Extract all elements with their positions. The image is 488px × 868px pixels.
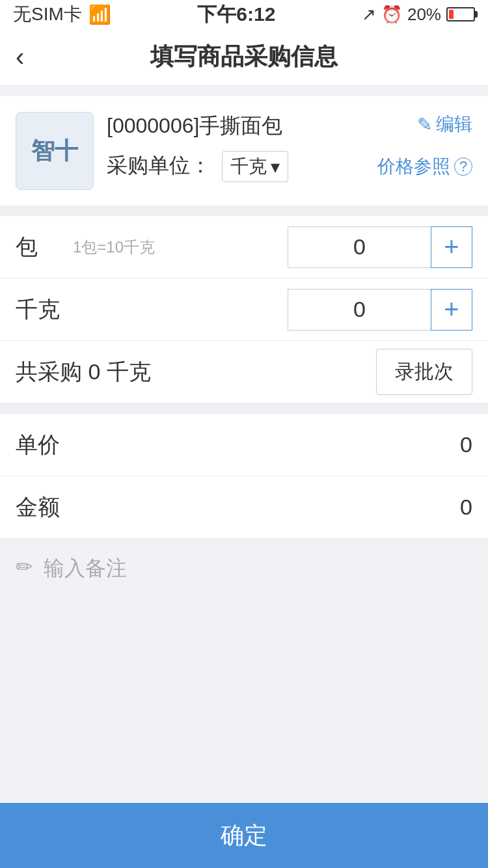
kg-input-control: + [288,289,472,331]
section-divider-2 [0,403,488,414]
price-ref-label: 价格参照 [377,154,450,179]
dropdown-icon: ▾ [271,156,280,178]
unit-row: 采购单位： 千克 ▾ 价格参照 ? [107,151,472,182]
unit-label-group: 采购单位： 千克 ▾ [107,151,288,182]
input-section: 包 1包=10千克 + 千克 + 共采购 0 千克 录批次 [0,216,488,403]
unit-select[interactable]: 千克 ▾ [222,151,288,182]
status-time: 下午6:12 [197,1,275,28]
bag-label: 包 [16,232,68,262]
batch-button[interactable]: 录批次 [376,349,472,395]
bag-input[interactable] [288,226,431,268]
unit-value: 千克 [230,154,267,179]
alarm-icon: ⏰ [381,5,402,25]
unit-price-row: 单价 0 [0,414,488,476]
section-divider-1 [0,206,488,216]
kg-input-row: 千克 + [0,278,488,341]
kg-plus-button[interactable]: + [431,289,472,331]
bag-input-control: + [288,226,472,268]
note-pencil-icon: ✏ [16,554,33,579]
bag-sublabel: 1包=10千克 [73,237,155,258]
unit-price-label: 单价 [16,430,60,460]
product-thumbnail: 智十 [16,112,94,190]
confirm-button[interactable]: 确定 [0,803,488,868]
status-left: 无SIM卡 📶 [13,2,111,27]
product-info: [0000006]手撕面包 ✎ 编辑 采购单位： 千克 ▾ 价格参照 ? [107,112,472,182]
note-section[interactable]: ✏ 输入备注 [0,539,488,669]
nav-bar: ‹ 填写商品采购信息 [0,29,488,86]
total-row: 共采购 0 千克 录批次 [0,341,488,403]
note-placeholder: 输入备注 [44,554,127,583]
edit-button[interactable]: ✎ 编辑 [417,112,472,137]
amount-value: 0 [460,495,472,520]
carrier-label: 无SIM卡 [13,2,82,27]
price-ref-button[interactable]: 价格参照 ? [377,154,472,179]
status-right: ↗ ⏰ 20% [362,5,475,25]
price-section: 单价 0 金额 0 [0,414,488,539]
product-name-row: [0000006]手撕面包 ✎ 编辑 [107,112,472,141]
battery-icon [446,7,475,21]
battery-percent: 20% [407,5,441,25]
kg-label: 千克 [16,295,68,325]
wifi-icon: 📶 [88,4,111,25]
back-button[interactable]: ‹ [16,42,24,72]
bag-plus-button[interactable]: + [431,226,472,268]
product-card: 智十 [0000006]手撕面包 ✎ 编辑 采购单位： 千克 ▾ 价格参照 ? [0,96,488,206]
thumbnail-text: 智十 [31,135,78,167]
edit-label: 编辑 [436,112,472,137]
product-name: [0000006]手撕面包 [107,112,282,141]
unit-price-value: 0 [460,432,472,457]
edit-icon: ✎ [417,114,432,135]
kg-input[interactable] [288,289,431,331]
amount-label: 金额 [16,493,60,522]
page-title: 填写商品采购信息 [150,41,338,73]
help-icon: ? [454,157,472,176]
unit-label: 采购单位： [107,154,211,177]
amount-row: 金额 0 [0,476,488,539]
location-icon: ↗ [362,5,376,25]
status-bar: 无SIM卡 📶 下午6:12 ↗ ⏰ 20% [0,0,488,29]
bag-input-row: 包 1包=10千克 + [0,216,488,278]
total-label: 共采购 0 千克 [16,357,151,387]
